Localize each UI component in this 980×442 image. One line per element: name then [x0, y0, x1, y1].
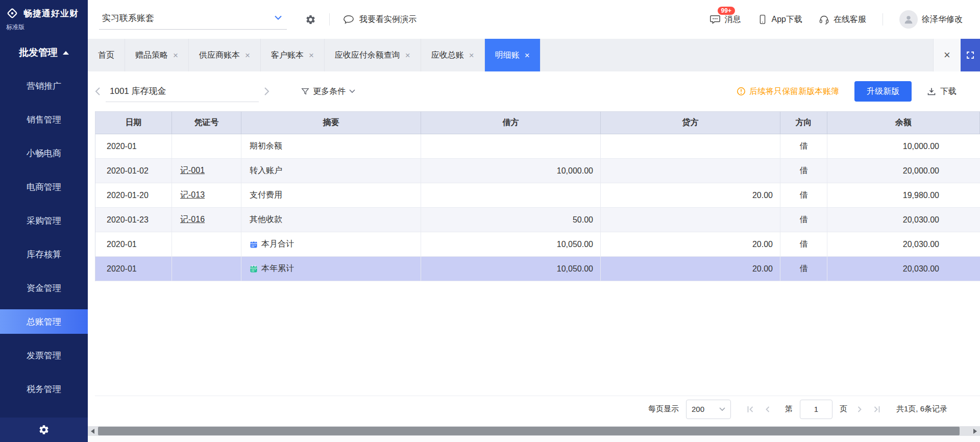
sidebar-item-sales-mgmt[interactable]: 销售管理 — [0, 107, 88, 132]
upgrade-button[interactable]: 升级新版 — [854, 81, 912, 102]
tab-detail-ledger[interactable]: 明细账 × — [485, 39, 541, 71]
username: 徐泽华修改 — [922, 14, 963, 25]
app-download-button[interactable]: App下载 — [757, 14, 802, 25]
prev-page-button[interactable] — [763, 404, 773, 414]
sidebar-section-label: 批发管理 — [19, 46, 58, 59]
toolbar-right: 后续将只保留新版本账簿 升级新版 下载 — [737, 81, 957, 102]
table-row-month-total[interactable]: 2020-01 本月合计 10,050.00 20.00 借 20,030.00 — [95, 232, 980, 257]
demo-link-label: 我要看实例演示 — [359, 14, 416, 25]
online-service-button[interactable]: 在线客服 — [819, 14, 866, 25]
tab-customer-ledger[interactable]: 客户账本 × — [261, 39, 325, 71]
tab-ar-ap-balance-query[interactable]: 应收应付余额查询 × — [325, 39, 421, 71]
table-row[interactable]: 2020-01-23 记-016 其他收款 50.00 借 20,030.00 — [95, 208, 980, 232]
speech-bubble-icon — [343, 14, 354, 25]
close-icon[interactable]: × — [309, 51, 314, 60]
close-icon[interactable]: × — [469, 51, 474, 60]
brand-edition: 标准版 — [6, 23, 83, 32]
chevron-down-icon — [275, 15, 282, 20]
sidebar-item-tax-mgmt[interactable]: 税务管理 — [0, 377, 88, 401]
table-row[interactable]: 2020-01-20 记-013 支付费用 20.00 借 19,980.00 — [95, 183, 980, 208]
voucher-link[interactable]: 记-001 — [180, 165, 205, 176]
scroll-right-arrow[interactable] — [970, 426, 980, 436]
prev-account-button[interactable] — [95, 87, 101, 96]
sidebar-section-wholesale[interactable]: 批发管理 — [0, 43, 88, 62]
sidebar-item-purchase-mgmt[interactable]: 采购管理 — [0, 208, 88, 233]
sidebar-item-general-ledger[interactable]: 总账管理 — [0, 309, 88, 334]
more-filters-button[interactable]: 更多条件 — [301, 86, 355, 97]
tab-label: 应收应付余额查询 — [335, 50, 400, 61]
demo-link[interactable]: 我要看实例演示 — [343, 14, 416, 25]
cell-voucher — [172, 232, 241, 256]
message-icon — [709, 14, 721, 25]
download-label: 下载 — [940, 86, 957, 97]
chevron-down-icon — [719, 407, 725, 411]
column-header-voucher: 凭证号 — [172, 112, 241, 134]
voucher-link[interactable]: 记-013 — [180, 190, 205, 201]
sidebar-item-marketing-promo[interactable]: 营销推广 — [0, 73, 88, 98]
tab-label: 客户账本 — [271, 50, 304, 61]
sidebar-item-invoice-mgmt[interactable]: 发票管理 — [0, 343, 88, 367]
download-button[interactable]: 下载 — [927, 86, 957, 97]
close-icon[interactable]: × — [173, 51, 178, 60]
close-icon: × — [944, 48, 950, 62]
messages-button[interactable]: 99+ 消息 — [709, 14, 741, 25]
next-page-button[interactable] — [854, 404, 865, 414]
cell-voucher: 记-016 — [172, 208, 241, 232]
fullscreen-button[interactable] — [961, 39, 980, 71]
column-header-date: 日期 — [95, 112, 172, 134]
sidebar-item-funds-mgmt[interactable]: 资金管理 — [0, 276, 88, 300]
next-account-button[interactable] — [264, 87, 270, 96]
tab-supplier-ledger[interactable]: 供应商账本 × — [189, 39, 261, 71]
cell-date: 2020-01-23 — [95, 208, 172, 232]
sidebar-item-xiaochang-ecommerce[interactable]: 小畅电商 — [0, 141, 88, 165]
page-number-input[interactable] — [800, 400, 832, 419]
last-page-button[interactable] — [872, 404, 882, 414]
tab-gift-policy[interactable]: 赠品策略 × — [125, 39, 189, 71]
ledger-toolbar: 1001 库存现金 更多条件 后续将只保留新版本账簿 — [88, 71, 980, 111]
close-icon[interactable]: × — [405, 51, 410, 60]
cell-credit — [601, 134, 780, 158]
messages-label: 消息 — [725, 14, 741, 25]
per-page-value: 200 — [692, 405, 704, 413]
messages-badge: 99+ — [718, 7, 735, 15]
voucher-link[interactable]: 记-016 — [180, 214, 205, 225]
scrollbar-thumb[interactable] — [98, 427, 960, 435]
pagination-bar: 每页显示 200 第 页 共1页, 6条记录 — [95, 396, 980, 422]
tab-home[interactable]: 首页 — [88, 39, 125, 71]
version-notice: 后续将只保留新版本账簿 — [737, 86, 839, 97]
page-prefix-label: 第 — [785, 404, 793, 414]
summary-label: 本年累计 — [261, 263, 294, 274]
sidebar-settings-button[interactable] — [0, 418, 88, 442]
phone-icon — [757, 14, 768, 24]
per-page-label: 每页显示 — [648, 404, 679, 414]
settings-button[interactable] — [305, 14, 316, 25]
tab-ar-general-ledger[interactable]: 应收总账 × — [421, 39, 485, 71]
close-all-tabs-button[interactable]: × — [933, 39, 961, 71]
account-set-selector[interactable]: 实习联系账套 — [99, 9, 287, 30]
column-header-debit: 借方 — [421, 112, 601, 134]
summary-label: 本月合计 — [261, 239, 294, 250]
close-icon[interactable]: × — [245, 51, 250, 60]
brand-logo[interactable]: 畅捷通好业财 标准版 — [0, 0, 88, 38]
first-page-button[interactable] — [745, 404, 755, 414]
sidebar-item-inventory-accounting[interactable]: 库存核算 — [0, 242, 88, 266]
per-page-select[interactable]: 200 — [686, 400, 731, 419]
table-row[interactable]: 2020-01-02 记-001 转入账户 10,000.00 借 20,000… — [95, 159, 980, 183]
cell-debit — [421, 183, 601, 207]
headset-icon — [819, 14, 829, 25]
sidebar-menu: 营销推广 销售管理 小畅电商 电商管理 采购管理 库存核算 资金管理 总账管理 … — [0, 73, 88, 410]
tab-label: 赠品策略 — [135, 50, 168, 61]
horizontal-scrollbar[interactable] — [88, 426, 980, 436]
table-row-year-total[interactable]: 2020-01 本年累计 10,050.00 20.00 借 20,030.00 — [95, 257, 980, 281]
user-menu[interactable]: 徐泽华修改 — [899, 10, 963, 29]
table-row[interactable]: 2020-01 期初余额 借 10,000.00 — [95, 134, 980, 159]
cell-summary: 支付费用 — [241, 183, 421, 207]
close-icon[interactable]: × — [525, 51, 530, 60]
sidebar-item-ecommerce-mgmt[interactable]: 电商管理 — [0, 175, 88, 199]
account-selector[interactable]: 1001 库存现金 — [106, 81, 259, 102]
cell-voucher: 记-013 — [172, 183, 241, 207]
scroll-left-arrow[interactable] — [88, 426, 97, 436]
cell-balance: 20,000.00 — [827, 159, 980, 183]
divider — [883, 13, 883, 26]
caret-up-icon — [63, 51, 69, 55]
